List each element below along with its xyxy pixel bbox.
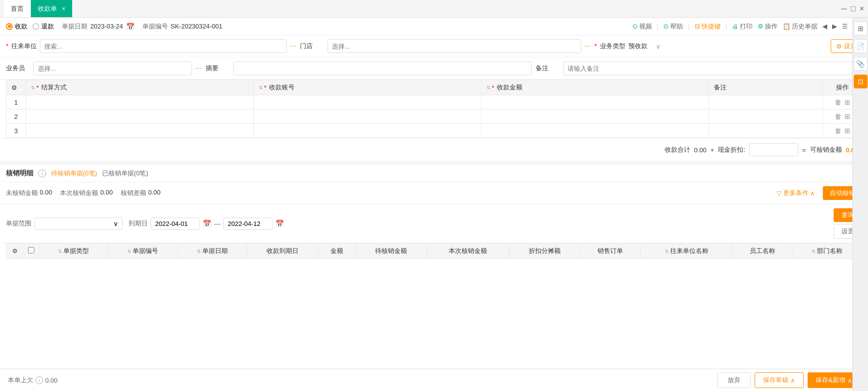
row-delete-icon[interactable]: 🗑	[835, 127, 841, 135]
row-delete-icon[interactable]: 🗑	[835, 112, 841, 120]
bt-th-type: ⇅单据类型	[39, 244, 108, 259]
toolbar-right: ⊙ 视频 | ⊙ 帮助 | ⊟ 快捷键 | 🖨 打印 ⚙ 操作	[632, 22, 862, 31]
current-check-value: 0.00	[100, 189, 112, 197]
biz-type-label: * 业务类型	[595, 42, 625, 51]
store-input[interactable]	[327, 39, 581, 53]
bt-th-gear[interactable]: ⚙	[6, 244, 24, 259]
nav-prev-btn[interactable]: ◀	[822, 23, 827, 30]
bottom-table: ⚙ ⇅单据类型 ⇅单据编号 ⇅单据日期 收款到期日 金额	[6, 243, 862, 259]
sidebar-screenshot-icon[interactable]: ⊡	[854, 75, 868, 88]
nav-next-btn[interactable]: ▶	[832, 23, 837, 30]
calendar-icon[interactable]: 📅	[126, 23, 135, 30]
due-date-from-input[interactable]	[151, 218, 200, 230]
remarks-field: 备注	[536, 61, 862, 75]
row-settle[interactable]	[26, 95, 254, 110]
row-account[interactable]	[253, 124, 481, 138]
tab-close-icon[interactable]: ×	[62, 5, 65, 12]
close-icon[interactable]: ×	[860, 4, 864, 13]
partner-more-btn[interactable]: ···	[290, 42, 296, 50]
radio-income-label: 收款	[15, 22, 27, 31]
remarks-input[interactable]	[563, 61, 862, 75]
sidebar-table-icon[interactable]: ⊞	[854, 22, 868, 35]
sidebar-document-icon[interactable]: 📄	[854, 39, 868, 53]
store-field: 门店 ···	[300, 39, 590, 53]
partner-input[interactable]	[40, 39, 287, 53]
sidebar-attachment-icon[interactable]: 📎	[854, 57, 868, 71]
shortcut-btn[interactable]: ⊟ 快捷键	[695, 22, 721, 31]
biz-type-arrow[interactable]: ∨	[656, 43, 661, 50]
save-draft-arrow[interactable]: ∧	[790, 377, 795, 384]
row-amount[interactable]	[481, 95, 709, 110]
radio-refund[interactable]: 退款	[32, 22, 54, 31]
date-dash: —	[214, 220, 220, 227]
row-settle[interactable]	[26, 110, 254, 124]
chevron-up-icon: ∧	[810, 190, 815, 197]
row-account[interactable]	[253, 95, 481, 110]
total-label: 收款合计	[665, 145, 690, 154]
bt-th-dept: ⇅部门名称	[792, 244, 862, 259]
history-btn[interactable]: 📋 历史单据	[783, 22, 817, 31]
row-delete-icon[interactable]: 🗑	[835, 98, 841, 106]
th-amount: ⇅*收款金额	[481, 80, 709, 95]
tab-home[interactable]: 首页	[4, 0, 31, 17]
tab-current[interactable]: 收款单 ×	[31, 0, 72, 17]
info-icon[interactable]: i	[38, 169, 46, 177]
unchecked-value: 0.00	[40, 189, 52, 197]
table-row: 3 🗑 ⊞	[6, 124, 862, 138]
row-settle[interactable]	[26, 124, 254, 138]
due-date-to-input[interactable]	[223, 218, 272, 230]
salesperson-label: 业务员	[6, 64, 30, 73]
th-account: ⇅*收款账号	[253, 80, 481, 95]
due-date-from-calendar[interactable]: 📅	[203, 220, 211, 227]
save-new-arrow[interactable]: ∧	[847, 377, 852, 384]
list-view-btn[interactable]: ☰	[842, 23, 848, 30]
store-more-btn[interactable]: ···	[584, 42, 591, 50]
done-tab[interactable]: 已核销单据(0笔)	[102, 169, 148, 178]
save-draft-btn[interactable]: 保存草稿 ∧	[755, 372, 804, 388]
discount-input[interactable]	[749, 143, 798, 156]
this-doc-label: 本单上欠	[8, 376, 33, 385]
salesperson-more-btn[interactable]: ···	[195, 64, 201, 72]
select-all-checkbox[interactable]	[28, 247, 34, 253]
more-conditions-btn[interactable]: ▽ 更多条件 ∧	[777, 189, 815, 197]
th-gear[interactable]: ⚙	[6, 80, 26, 95]
tab-current-label: 收款单	[38, 4, 57, 13]
video-btn[interactable]: ⊙ 视频	[632, 22, 652, 31]
diff-value: 0.00	[148, 189, 161, 197]
row-copy-icon[interactable]: ⊞	[844, 127, 850, 135]
tab-bar: 首页 收款单 × ─ □ ×	[0, 0, 868, 18]
divider2: |	[688, 23, 689, 30]
bt-th-checkbox[interactable]	[24, 244, 39, 259]
row-account[interactable]	[253, 110, 481, 124]
minimize-icon[interactable]: ─	[841, 4, 847, 13]
radio-income[interactable]: 收款	[6, 22, 27, 31]
row-remarks-cell[interactable]	[709, 110, 823, 124]
row-remarks-cell[interactable]	[709, 124, 823, 138]
help-btn[interactable]: ⊙ 帮助	[663, 22, 683, 31]
radio-refund-label: 退款	[41, 22, 54, 31]
doc-range-select[interactable]: ∨	[34, 218, 123, 230]
row-copy-icon[interactable]: ⊞	[844, 112, 850, 120]
row-amount[interactable]	[481, 124, 709, 138]
due-date-to-calendar[interactable]: 📅	[275, 220, 284, 227]
nuclear-header: 核销明细 i 待核销单据(0笔) 已核销单据(0笔)	[0, 165, 868, 182]
main-table-wrapper: ⚙ ⇅*结算方式 ⇅*收款账号 ⇅*收款金额 备注 操作	[0, 80, 868, 138]
abandon-btn[interactable]: 放弃	[717, 372, 751, 388]
th-settle: ⇅*结算方式	[26, 80, 254, 95]
pending-tab[interactable]: 待核销单据(0笔)	[51, 169, 97, 178]
row-amount[interactable]	[481, 110, 709, 124]
right-sidebar: ⊞ 📄 📎 ⊡	[852, 18, 868, 391]
salesperson-input[interactable]	[33, 61, 192, 75]
window-controls: ─ □ ×	[841, 4, 864, 13]
form-row-2: 业务员 ··· 摘要 备注	[0, 57, 868, 80]
radio-group: 收款 退款	[6, 22, 54, 31]
biz-type-value: 预收款	[628, 42, 653, 51]
operations-btn[interactable]: ⚙ 操作	[758, 22, 778, 31]
summary-input[interactable]	[233, 61, 532, 75]
bt-th-discount: 折扣分摊额	[509, 244, 580, 259]
row-remarks-cell[interactable]	[709, 95, 823, 110]
bt-th-no: ⇅单据编号	[108, 244, 178, 259]
row-copy-icon[interactable]: ⊞	[844, 98, 850, 106]
print-btn[interactable]: 🖨 打印	[732, 22, 753, 31]
maximize-icon[interactable]: □	[851, 4, 856, 13]
